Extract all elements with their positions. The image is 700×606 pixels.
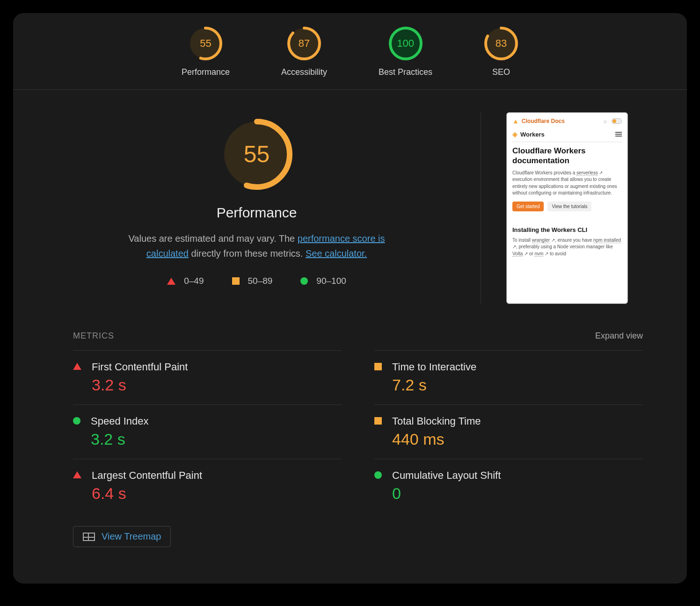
circle-icon (73, 417, 80, 425)
gauge-best-practices[interactable]: 100 Best Practices (379, 26, 432, 77)
metrics-grid: First Contentful Paint3.2 s Time to Inte… (13, 350, 687, 513)
metric-value: 3.2 s (91, 430, 149, 448)
preview-body: Cloudflare Workers provides a serverless… (512, 170, 622, 197)
preview-brand: Cloudflare Docs (522, 118, 565, 124)
square-icon (232, 277, 240, 285)
performance-description: Values are estimated and may vary. The p… (126, 231, 388, 261)
gauge-seo[interactable]: 83 SEO (484, 26, 518, 77)
cloudflare-icon: ▲ (512, 117, 519, 125)
performance-gauge: 55 (219, 117, 294, 192)
metric-tti: Time to Interactive7.2 s (374, 350, 643, 404)
treemap-icon (83, 533, 95, 541)
gauge-ring: 55 (188, 26, 223, 61)
triangle-icon (73, 363, 81, 370)
metrics-header: Metrics Expand view (13, 326, 687, 350)
gauge-value: 55 (188, 26, 223, 61)
vertical-divider (481, 112, 481, 304)
gauge-ring: 83 (484, 26, 518, 61)
theme-toggle (612, 118, 622, 124)
preview-cli-body: To install wrangler ↗, ensure you have n… (512, 237, 622, 258)
gauge-accessibility[interactable]: 87 Accessibility (281, 26, 327, 77)
gauge-label: Performance (182, 67, 230, 77)
see-calculator-link[interactable]: See calculator. (306, 248, 367, 259)
metric-cls: Cumulative Layout Shift0 (374, 459, 643, 513)
metrics-label: Metrics (73, 331, 114, 341)
metric-value: 7.2 s (392, 376, 476, 394)
legend-fail: 0–49 (167, 276, 204, 286)
performance-score: 55 (219, 117, 294, 192)
metric-value: 6.4 s (92, 484, 202, 503)
preview-h2: Installing the Workers CLI (512, 226, 622, 233)
hamburger-icon (615, 132, 622, 137)
legend-pass: 90–100 (300, 276, 346, 286)
performance-hero: 55 Performance Values are estimated and … (13, 90, 687, 326)
metric-speed-index: Speed Index3.2 s (73, 404, 342, 459)
gauge-value: 100 (388, 26, 423, 61)
score-gauges-bar: 55 Performance 87 Accessibility 100 Best… (13, 18, 687, 90)
metric-value: 440 ms (392, 430, 481, 448)
square-icon (374, 417, 382, 425)
legend-average: 50–89 (232, 276, 273, 286)
triangle-icon (167, 278, 175, 285)
gauge-value: 83 (484, 26, 518, 61)
performance-title: Performance (217, 205, 297, 221)
page-screenshot: ▲Cloudflare Docs ⌕ ◈Workers Cloudflare W… (506, 112, 628, 304)
preview-tutorials-button: View the tutorials (547, 202, 591, 211)
gauge-ring: 100 (388, 26, 423, 61)
preview-get-started-button: Get started (512, 202, 544, 211)
gauge-ring: 87 (287, 26, 321, 61)
view-treemap-button[interactable]: View Treemap (73, 526, 171, 547)
score-legend: 0–49 50–89 90–100 (167, 276, 346, 286)
expand-view-button[interactable]: Expand view (595, 331, 643, 341)
metric-lcp: Largest Contentful Paint6.4 s (73, 459, 342, 513)
gauge-value: 87 (287, 26, 321, 61)
search-icon: ⌕ (604, 118, 607, 124)
gauge-label: SEO (492, 67, 510, 77)
gauge-label: Accessibility (281, 67, 327, 77)
metric-tbt: Total Blocking Time440 ms (374, 404, 643, 459)
circle-icon (374, 471, 382, 479)
circle-icon (300, 277, 308, 285)
gauge-label: Best Practices (379, 67, 432, 77)
square-icon (374, 363, 382, 370)
metric-value: 0 (392, 484, 501, 503)
workers-icon: ◈ (512, 130, 518, 138)
metric-fcp: First Contentful Paint3.2 s (73, 350, 342, 404)
gauge-performance[interactable]: 55 Performance (182, 26, 230, 77)
preview-h1: Cloudflare Workers documentation (512, 146, 622, 166)
metric-value: 3.2 s (92, 376, 188, 394)
lighthouse-panel: 55 Performance 87 Accessibility 100 Best… (13, 13, 687, 584)
triangle-icon (73, 471, 81, 478)
preview-section: Workers (520, 131, 545, 138)
